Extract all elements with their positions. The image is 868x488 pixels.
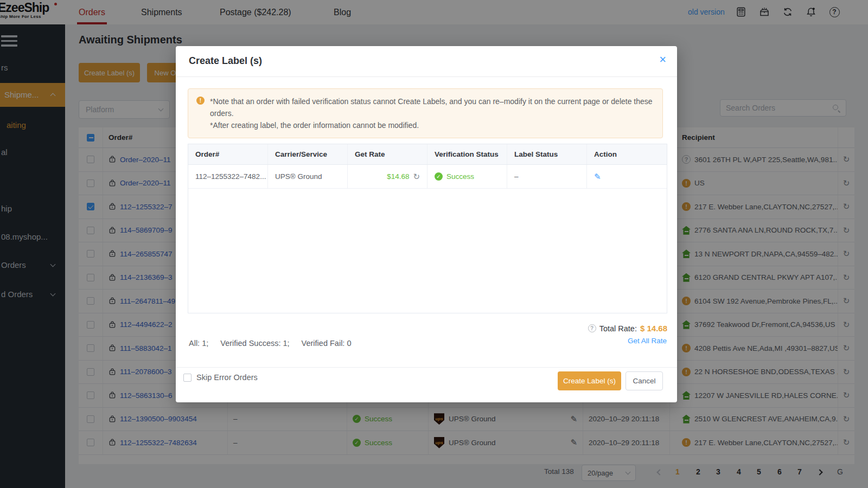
modal-verification-status: Success bbox=[446, 172, 474, 181]
note-line-1: *Note that an order with failed verifica… bbox=[210, 95, 654, 119]
note-line-2: *After creating label, the order informa… bbox=[210, 119, 654, 131]
modal-carrier-service: UPS® Ground bbox=[268, 165, 348, 188]
skip-error-orders[interactable]: Skip Error Orders bbox=[183, 373, 258, 382]
col-verification: Verification Status bbox=[427, 144, 507, 164]
help-circle-icon[interactable] bbox=[588, 324, 596, 332]
create-label-modal: Create Label (s) *Note that an order wit… bbox=[176, 46, 677, 402]
edit-icon[interactable] bbox=[594, 172, 601, 182]
skip-error-label: Skip Error Orders bbox=[196, 373, 258, 382]
app-root: EzeeShip Ship More For Less Orders Shipm… bbox=[0, 0, 868, 488]
total-rate-label: Total Rate: bbox=[599, 324, 637, 333]
warning-icon bbox=[196, 97, 205, 105]
modal-rate-table: Order# Carrier/Service Get Rate Verifica… bbox=[188, 144, 667, 313]
total-rate: Total Rate: $ 14.68 bbox=[588, 324, 667, 333]
modal-header-divider bbox=[176, 76, 677, 77]
col-action: Action bbox=[587, 144, 667, 164]
refresh-rate-icon[interactable] bbox=[413, 172, 420, 182]
verification-summary: All: 1; Verified Success: 1; Verified Fa… bbox=[189, 339, 352, 348]
create-label-button[interactable]: Create Label (s) bbox=[558, 371, 621, 390]
rate-value: $14.68 bbox=[387, 172, 409, 181]
summary-fail: Verified Fail: 0 bbox=[302, 339, 352, 348]
total-rate-value: $ 14.68 bbox=[640, 324, 667, 333]
modal-footer-divider bbox=[176, 367, 677, 368]
get-all-rate-link[interactable]: Get All Rate bbox=[628, 337, 667, 345]
col-label-status: Label Status bbox=[507, 144, 587, 164]
col-carrier: Carrier/Service bbox=[268, 144, 348, 164]
summary-all: All: 1; bbox=[189, 339, 208, 348]
close-icon[interactable] bbox=[659, 53, 666, 67]
warning-note: *Note that an order with failed verifica… bbox=[188, 88, 663, 138]
skip-error-checkbox[interactable] bbox=[183, 374, 192, 382]
cancel-button[interactable]: Cancel bbox=[626, 371, 663, 390]
modal-label-status: – bbox=[507, 165, 587, 188]
modal-title: Create Label (s) bbox=[189, 55, 262, 67]
col-get-rate: Get Rate bbox=[348, 144, 427, 164]
modal-table-row: 112–1255322–7482... UPS® Ground $14.68 S… bbox=[188, 165, 667, 189]
modal-order-number: 112–1255322–7482... bbox=[188, 165, 268, 188]
success-icon bbox=[435, 172, 443, 181]
modal-table-header: Order# Carrier/Service Get Rate Verifica… bbox=[188, 144, 667, 165]
col-order: Order# bbox=[188, 144, 268, 164]
summary-success: Verified Success: 1; bbox=[220, 339, 289, 348]
